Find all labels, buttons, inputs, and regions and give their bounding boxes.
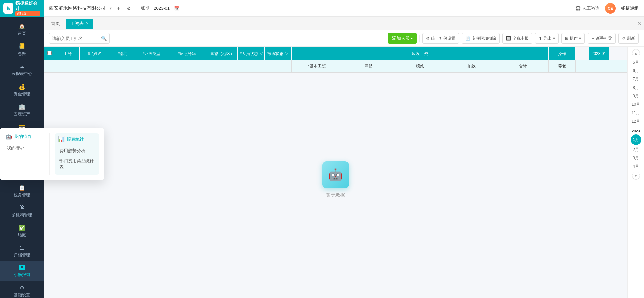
headset-icon: 🎧 xyxy=(575,6,581,11)
sidebar-item-ledger[interactable]: 📒总账 xyxy=(0,40,44,60)
add-person-btn[interactable]: 添加人员 ▾ xyxy=(388,33,417,44)
toolbar-right: 添加人员 ▾ ⚙ 统一社保设置 📄 专项附加扣除 🔲 个税申报 ⬆ xyxy=(388,33,639,44)
add-company-btn[interactable]: + xyxy=(116,5,121,11)
sidebar-item-home[interactable]: 🏠首页 xyxy=(0,20,44,40)
search-input[interactable] xyxy=(49,33,98,43)
empty-state: 🤖 暂无数据 xyxy=(322,161,349,198)
th-id-type: *证照类型 xyxy=(137,47,167,60)
special-label: 专项附加扣除 xyxy=(472,36,496,41)
special-deduct-btn[interactable]: 📄 专项附加扣除 xyxy=(462,33,500,44)
sidebar-item-tax[interactable]: 📋税务管理 xyxy=(0,181,44,201)
month-nav-up[interactable]: ▲ xyxy=(632,49,640,57)
user-avatar[interactable]: CE xyxy=(605,3,616,14)
month-8[interactable]: 8月 xyxy=(629,84,643,92)
month-3[interactable]: 3月 xyxy=(629,154,643,162)
logo-icon: 畅 xyxy=(3,3,13,14)
toolbar: 🔍 添加人员 ▾ ⚙ 统一社保设置 📄 专项附加扣除 🔲 个税 xyxy=(44,30,644,47)
popup-col2-label: 报表统计 xyxy=(67,136,84,142)
sidebar-label-ledger: 总账 xyxy=(18,51,26,57)
month-10[interactable]: 10月 xyxy=(629,100,643,109)
month-9[interactable]: 9月 xyxy=(629,92,643,100)
status-filter-icon[interactable]: ▽ xyxy=(259,51,263,56)
popup-item-trend[interactable]: 费用趋势分析 xyxy=(58,146,97,156)
month-6[interactable]: 6月 xyxy=(629,67,643,75)
sidebar-icon-assets: 🏢 xyxy=(18,104,25,110)
sidebar-icon-tax: 📋 xyxy=(18,185,25,191)
month-2[interactable]: 2月 xyxy=(629,145,643,154)
tab-salary-close[interactable]: ✕ xyxy=(86,21,89,26)
sidebar-label-tax: 税务管理 xyxy=(14,192,30,198)
ops-btn[interactable]: ⊞ 操作 ▾ xyxy=(561,33,585,44)
month-4[interactable]: 4月 xyxy=(629,162,643,171)
period-display-text: 2023.01 xyxy=(592,51,606,56)
th-total: 合计 xyxy=(497,60,548,72)
tab-bar: 首页 工资表 ✕ ✕ xyxy=(44,17,644,30)
export-label: 导出 xyxy=(543,36,552,41)
th-id-num: *证照号码 xyxy=(167,47,207,60)
sidebar-icon-settle: ✅ xyxy=(18,225,25,231)
th-deduct: 扣款 xyxy=(446,60,497,72)
export-btn[interactable]: ⬆ 导出 ▾ xyxy=(535,33,559,44)
tax-icon: 🔲 xyxy=(506,36,511,41)
popup-item-dept[interactable]: 部门费用类型统计表 xyxy=(58,156,97,172)
popup-col1-title: 🤖 我的待办 xyxy=(5,133,44,140)
ops-icon: ⊞ xyxy=(565,36,568,41)
month-12[interactable]: 12月 xyxy=(629,117,643,126)
add-person-arrow: ▾ xyxy=(411,37,413,40)
period-value: 2023-01 xyxy=(154,6,170,11)
period-table-label: 2023.01 xyxy=(589,47,609,60)
settings-icon[interactable]: ⚙ xyxy=(125,6,132,11)
tab-area-close[interactable]: ✕ xyxy=(637,20,641,27)
sidebar-icon-reports: ☁ xyxy=(19,63,25,70)
customer-service-label: 人工咨询 xyxy=(582,5,600,11)
sidebar-item-settle[interactable]: ✅结账 xyxy=(0,221,44,241)
social-security-btn[interactable]: ⚙ 统一社保设置 xyxy=(422,33,459,44)
popup-menu[interactable]: 🤖 我的待办 我的待办 📊 报表统计 费用趋势分析 部门费用类型统计表 xyxy=(0,128,104,180)
month-1-active[interactable]: 1月 xyxy=(631,134,641,145)
sidebar-icon-basic: ⚙ xyxy=(20,285,24,291)
company-name: 西安虾米网络科技有限公司 xyxy=(49,5,106,11)
guide-label: 新手引导 xyxy=(596,36,612,41)
th-pension: 养老 xyxy=(548,60,575,72)
customer-service-btn[interactable]: 🎧 人工咨询 xyxy=(575,5,600,11)
select-all-checkbox[interactable] xyxy=(47,51,52,55)
sidebar-label-funds: 资金管理 xyxy=(14,91,30,97)
sidebar-label-multi: 多机构管理 xyxy=(12,212,32,218)
add-person-label: 添加人员 xyxy=(392,35,410,41)
company-dropdown[interactable]: ▾ xyxy=(110,6,112,11)
send-filter-icon[interactable]: ▽ xyxy=(285,51,289,56)
guide-btn[interactable]: ✦ 新手引导 xyxy=(588,33,616,44)
search-wrap: 🔍 xyxy=(49,33,110,44)
month-7[interactable]: 7月 xyxy=(629,75,643,84)
tax-report-btn[interactable]: 🔲 个税申报 xyxy=(502,33,532,44)
tab-home[interactable]: 首页 xyxy=(46,19,65,29)
month-sidebar: ▲ 5月 6月 7月 8月 9月 10月 11月 12月 2023 1月 2月 … xyxy=(627,47,644,298)
th-salary-group: 应发工资 xyxy=(291,47,548,60)
month-nav-down[interactable]: ▼ xyxy=(632,172,640,180)
sidebar-item-basic[interactable]: ⚙基础设置 xyxy=(0,281,44,298)
tab-home-label: 首页 xyxy=(51,21,60,27)
table-wrap: 工号 ⇅ *姓名 *部门 *证照类型 *证照号码 国籍（地区） *人员状态 ▽ xyxy=(44,47,627,298)
sort-icon[interactable]: ⇅ xyxy=(87,51,91,56)
sidebar-item-reports[interactable]: ☁云报表中心 xyxy=(0,60,44,80)
tasks-icon: 🤖 xyxy=(5,133,12,140)
sidebar-item-assets[interactable]: 🏢固定资产 xyxy=(0,100,44,121)
popup-item-mytask[interactable]: 我的待办 xyxy=(5,143,44,153)
search-btn[interactable]: 🔍 xyxy=(98,36,109,41)
content-area: 🔍 添加人员 ▾ ⚙ 统一社保设置 📄 专项附加扣除 🔲 个税 xyxy=(44,30,644,298)
sidebar-item-multi[interactable]: 🏗多机构管理 xyxy=(0,201,44,221)
sidebar-label-xiaochang: 小畅报销 xyxy=(14,272,30,278)
month-11[interactable]: 11月 xyxy=(629,109,643,117)
sidebar-label-home: 首页 xyxy=(18,31,26,36)
refresh-btn[interactable]: ↻ 刷新 xyxy=(618,33,639,44)
th-base-salary: *基本工资 xyxy=(291,60,343,72)
sidebar-item-funds[interactable]: 💰资金管理 xyxy=(0,80,44,100)
sidebar-item-xiaochang[interactable]: 🅰小畅报销 xyxy=(0,261,44,281)
year-2023: 2023 xyxy=(632,128,640,134)
month-5[interactable]: 5月 xyxy=(629,58,643,67)
tab-salary[interactable]: 工资表 ✕ xyxy=(66,19,93,29)
guide-icon: ✦ xyxy=(591,36,595,41)
th-checkbox[interactable] xyxy=(44,47,56,60)
sidebar-item-archive[interactable]: 🗂归档管理 xyxy=(0,241,44,261)
calendar-icon[interactable]: 📅 xyxy=(174,6,179,11)
